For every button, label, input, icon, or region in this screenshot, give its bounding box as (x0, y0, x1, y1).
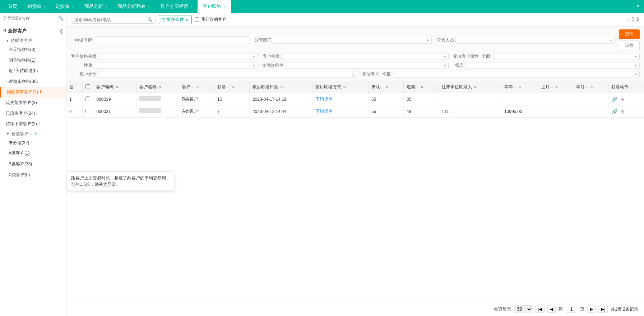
sidebar-item-overdue[interactable]: 逾期未联络(30) (0, 76, 66, 87)
select-all-checkbox[interactable] (85, 84, 90, 89)
more-conditions-btn[interactable]: ▽ 更多条件 ∧ (159, 15, 192, 24)
th-uncontacted[interactable]: 未联... ⇅ (368, 81, 403, 93)
th-contact-count[interactable]: 联络... ⇅ (214, 81, 249, 93)
close-segmentation-icon[interactable]: × (190, 4, 193, 9)
per-page-select[interactable]: 50 10 20 100 (514, 305, 532, 313)
nav-customer-contact[interactable]: 客户联络 × (198, 0, 231, 13)
sidebar-item-loss-warning[interactable]: 流失预警客户(3) (0, 98, 66, 108)
sidebar-item-declining[interactable]: 持续下滑客户(2) ℹ (0, 119, 66, 129)
category-search-input[interactable] (3, 16, 57, 21)
nav-home[interactable]: 首页 (3, 0, 22, 13)
value-config-icon[interactable]: ✎ (34, 132, 37, 136)
th-last-way[interactable]: 最后联络方式 ⇅ (312, 81, 369, 93)
th-last-month[interactable]: 上月... ⇅ (538, 81, 573, 93)
column-settings-icon[interactable]: ⚙ (69, 84, 74, 90)
more-dots[interactable]: ... (71, 72, 74, 77)
my-customers-checkbox[interactable] (195, 17, 199, 22)
next-page-btn[interactable]: ▶ (587, 306, 596, 313)
phone-input[interactable] (94, 36, 249, 44)
th-overdue[interactable]: 逾期... ⇅ (403, 81, 439, 93)
info-icon-2: ℹ (36, 110, 38, 118)
page-input[interactable] (566, 306, 577, 313)
retail-customer-select[interactable]: ∨ (394, 71, 640, 78)
close-product-analysis-icon[interactable]: × (105, 4, 107, 9)
sort-overdue-icon: ⇅ (421, 85, 423, 89)
close-product-list-icon[interactable]: × (148, 4, 150, 9)
th-name[interactable]: 客户名称 ⇅ (136, 81, 179, 93)
row2-uncontacted: 55 (368, 105, 403, 118)
value-edit-icon[interactable]: ○ (30, 132, 33, 136)
retail-attr-select[interactable]: ∨ (493, 53, 640, 60)
sidebar-item-lost[interactable]: 已流失客户(24) ℹ (0, 108, 66, 119)
th-type[interactable]: 客户... ⇅ (179, 81, 214, 93)
status-chevron-icon: ∨ (635, 63, 637, 67)
row1-contact-person (439, 93, 501, 105)
table-container[interactable]: ⚙ 客户编码 ⇅ 客户名称 ⇅ (66, 81, 644, 302)
row1-checkbox (83, 93, 93, 105)
sidebar-item-unclassified[interactable]: 未分组(32) (0, 138, 66, 148)
th-this-year[interactable]: 本年... ⇅ (501, 81, 538, 93)
close-contact-icon[interactable]: × (223, 4, 226, 9)
th-code[interactable]: 客户编码 ⇅ (93, 81, 136, 93)
row1-code: 000039 (93, 93, 136, 105)
prev-page-btn[interactable]: ◀ (547, 306, 556, 313)
row2-checkbox (83, 105, 93, 118)
all-customers-header[interactable]: ⠿ 全部客户 ❮ (0, 25, 66, 36)
row1-link-icon[interactable]: 🔗 (611, 96, 617, 102)
row1-contact-way-link[interactable]: 下销货单 (315, 96, 333, 102)
row2-contact-way-link[interactable]: 下销货单 (315, 109, 333, 114)
close-purchase-icon[interactable]: × (72, 4, 74, 9)
row2-grid-icon[interactable]: ⊞ (620, 109, 625, 114)
close-sales-icon[interactable]: × (43, 4, 46, 9)
sidebar-item-a-class[interactable]: A类客户(1) (0, 148, 66, 159)
search-icon[interactable]: 🔍 (58, 16, 64, 21)
export-button[interactable]: ↑ 导出 (627, 16, 640, 23)
sidebar-item-repurchase-anomaly[interactable]: 回购异常客户(2) ℹ (0, 87, 66, 98)
row1-action-icons: 🔗 ⊞ (611, 96, 641, 102)
first-page-btn[interactable]: |◀ (535, 306, 545, 313)
gender-field: 性质 ∨ (71, 62, 258, 69)
info-icon: ℹ (40, 88, 41, 96)
nav-product-analysis-list[interactable]: 商品分析列表 × (112, 0, 155, 13)
search-btn-icon[interactable]: 🔍 (147, 17, 153, 22)
th-settings[interactable]: ⚙ (66, 81, 83, 93)
last-page-btn[interactable]: ▶| (598, 306, 608, 313)
close-all-tabs[interactable]: × (636, 3, 640, 10)
sidebar-item-c-class[interactable]: C类客户(6) (0, 170, 66, 180)
search-input[interactable] (74, 17, 146, 22)
row1-this-month (573, 93, 608, 105)
collapse-icon[interactable]: ❮ (59, 28, 63, 34)
th-last-date[interactable]: 最后联络日期 ⇅ (249, 81, 312, 93)
nav-customer-segmentation[interactable]: 客户分层经营 × (155, 0, 198, 13)
status-select[interactable]: ∨ (465, 62, 640, 69)
payment-select[interactable]: ∨ (285, 62, 449, 69)
dept-select[interactable]: ∨ (273, 37, 432, 44)
my-customers-label: 我分管的客户 (201, 16, 227, 23)
sidebar-item-b-class[interactable]: B类客户(33) (0, 159, 66, 170)
row1-grid-icon[interactable]: ⊞ (620, 96, 625, 102)
query-button[interactable]: 查询 (619, 29, 640, 39)
dept-label: 分管部门 (254, 37, 272, 43)
nav-sales[interactable]: 销货单 × (22, 0, 51, 13)
filter-row-3: 性质 ∨ 收付款条件 ∨ 状态 (71, 62, 640, 69)
sidebar-item-today-pending[interactable]: 今天待联络(0) (0, 44, 66, 55)
manager-select[interactable]: ··· (455, 37, 615, 44)
customer-type-select[interactable]: ∨ (98, 71, 357, 78)
row2-link-icon[interactable]: 🔗 (611, 109, 617, 114)
row1-select-checkbox[interactable] (85, 96, 90, 101)
sidebar-item-tomorrow-pending[interactable]: 明天待联络(1) (0, 55, 66, 66)
settings-button[interactable]: 设置 (619, 41, 640, 51)
price-level-select[interactable]: ∨ (98, 53, 258, 60)
row2-select-checkbox[interactable] (85, 109, 90, 113)
per-page-label: 每页显示 (494, 306, 511, 312)
th-this-month[interactable]: 本月... ⇅ (573, 81, 608, 93)
sort-date-icon: ⇅ (280, 85, 283, 89)
nav-purchase[interactable]: 进货单 × (51, 0, 79, 13)
sidebar-item-7days-pending[interactable]: 近7天待联络(0) (0, 66, 66, 76)
th-contact-person[interactable]: 往来单位联系人 ⇅ (439, 81, 501, 93)
retail-attr-field: 零散客户属性 全部 ∨ (453, 53, 640, 60)
customer-level-select[interactable]: ∨ (281, 53, 449, 60)
status-field: 状态 ∨ (453, 62, 640, 69)
nav-product-analysis[interactable]: 商品分析 × (79, 0, 112, 13)
gender-select[interactable]: ∨ (94, 62, 258, 69)
